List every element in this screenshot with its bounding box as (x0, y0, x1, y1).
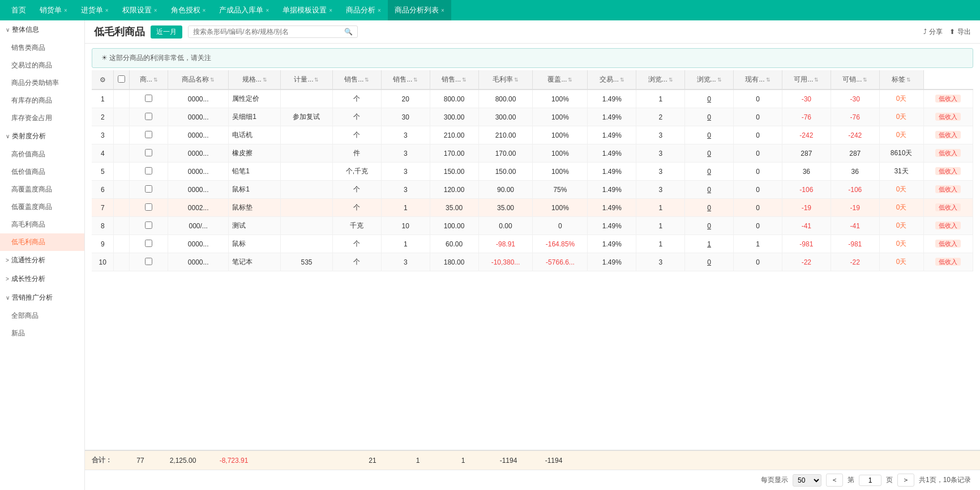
table-cell[interactable]: 0 (685, 181, 734, 199)
col-gross-margin[interactable]: 毛利率⇅ (478, 70, 533, 90)
col-available[interactable]: 可用...⇅ (782, 70, 831, 90)
row-checkbox[interactable] (145, 167, 152, 174)
nav-item-首页[interactable]: 首页 (5, 0, 33, 20)
col-view1[interactable]: 浏览...⇅ (636, 70, 685, 90)
sidebar-section-流通性分析[interactable]: >流通性分析 (0, 251, 84, 270)
table-cell[interactable] (130, 235, 168, 253)
col-unit[interactable]: 计量...⇅ (281, 70, 333, 90)
nav-close-icon[interactable]: × (266, 7, 269, 14)
nav-close-icon[interactable]: × (441, 7, 444, 14)
nav-item-销货单[interactable]: 销货单× (33, 0, 74, 20)
view-link[interactable]: 0 (707, 168, 711, 176)
prev-page-button[interactable]: ＜ (826, 474, 843, 487)
table-cell[interactable] (130, 181, 168, 199)
page-number-input[interactable] (859, 475, 881, 486)
table-cell[interactable] (130, 90, 168, 108)
sidebar-item-销售类商品[interactable]: 销售类商品 (0, 39, 84, 57)
next-page-button[interactable]: ＞ (897, 474, 914, 487)
table-cell[interactable]: 1 (685, 235, 734, 253)
nav-item-单据模板设置[interactable]: 单据模板设置× (276, 0, 339, 20)
row-checkbox[interactable] (145, 258, 152, 265)
col-spec[interactable]: 规格...⇅ (229, 70, 281, 90)
nav-item-角色授权[interactable]: 角色授权× (164, 0, 213, 20)
col-settings[interactable]: ⚙ (92, 70, 114, 90)
col-name[interactable]: 商品名称⇅ (168, 70, 229, 90)
nav-close-icon[interactable]: × (64, 7, 67, 14)
view-link[interactable]: 0 (707, 95, 711, 103)
col-checkbox[interactable] (114, 70, 130, 90)
table-cell[interactable] (130, 144, 168, 163)
table-cell[interactable]: 0 (685, 90, 734, 108)
sidebar-item-高价值商品[interactable]: 高价值商品 (0, 146, 84, 163)
table-cell[interactable]: 0 (685, 217, 734, 235)
sidebar-item-高毛利商品[interactable]: 高毛利商品 (0, 216, 84, 233)
sidebar-section-营销推广分析[interactable]: ∨营销推广分析 (0, 288, 84, 307)
view-link[interactable]: 0 (707, 113, 711, 121)
nav-close-icon[interactable]: × (105, 7, 109, 14)
sidebar-item-全部商品[interactable]: 全部商品 (0, 307, 84, 325)
nav-close-icon[interactable]: × (378, 7, 381, 14)
view-link[interactable]: 0 (707, 131, 711, 139)
nav-item-权限设置[interactable]: 权限设置× (115, 0, 164, 20)
nav-item-商品分析[interactable]: 商品分析× (339, 0, 388, 20)
col-sales-price[interactable]: 销售...⇅ (381, 70, 430, 90)
table-cell[interactable] (130, 253, 168, 271)
row-checkbox[interactable] (145, 221, 152, 229)
view-link[interactable]: 0 (707, 222, 711, 230)
col-view2[interactable]: 浏览...⇅ (685, 70, 734, 90)
sidebar-item-低覆盖度商品[interactable]: 低覆盖度商品 (0, 198, 84, 216)
sidebar-item-低价值商品[interactable]: 低价值商品 (0, 163, 84, 181)
export-button[interactable]: ⬆ 导出 (949, 27, 971, 37)
sidebar-section-成长性分析[interactable]: >成长性分析 (0, 270, 84, 288)
col-current-stock[interactable]: 现有...⇅ (734, 70, 782, 90)
sidebar-section-类射度分析[interactable]: ∨类射度分析 (0, 127, 84, 146)
table-cell[interactable] (130, 217, 168, 235)
row-checkbox[interactable] (145, 95, 152, 102)
table-cell[interactable] (130, 163, 168, 181)
col-coverage[interactable]: 覆盖...⇅ (533, 70, 588, 90)
table-cell[interactable]: 0 (685, 144, 734, 163)
view-link[interactable]: 0 (707, 258, 711, 266)
view-link[interactable]: 0 (707, 186, 711, 194)
col-transaction[interactable]: 交易...⇅ (588, 70, 636, 90)
table-cell[interactable] (130, 108, 168, 126)
nav-close-icon[interactable]: × (329, 7, 332, 14)
share-button[interactable]: ⤴ 分享 (923, 27, 943, 37)
view-link[interactable]: 1 (707, 240, 711, 248)
page-size-select[interactable]: 50 100 200 (793, 474, 821, 487)
col-sellable[interactable]: 可销...⇅ (831, 70, 879, 90)
sidebar-item-新品[interactable]: 新品 (0, 325, 84, 342)
filter-recent-month[interactable]: 近一月 (151, 25, 182, 39)
row-checkbox[interactable] (145, 240, 152, 247)
sidebar-item-高覆盖度商品[interactable]: 高覆盖度商品 (0, 181, 84, 198)
row-checkbox[interactable] (145, 149, 152, 156)
select-all-checkbox[interactable] (118, 75, 125, 83)
nav-close-icon[interactable]: × (154, 7, 157, 14)
nav-item-进货单[interactable]: 进货单× (74, 0, 115, 20)
col-sales-amount[interactable]: 销售...⇅ (430, 70, 478, 90)
sidebar-item-低毛利商品[interactable]: 低毛利商品 (0, 233, 84, 251)
view-link[interactable]: 0 (707, 150, 711, 157)
table-cell[interactable]: 0 (685, 163, 734, 181)
row-checkbox[interactable] (145, 203, 152, 211)
table-cell[interactable]: 0 (685, 108, 734, 126)
col-code[interactable]: 商...⇅ (130, 70, 168, 90)
nav-item-产成品入库单[interactable]: 产成品入库单× (212, 0, 276, 20)
row-checkbox[interactable] (145, 113, 152, 120)
col-tag[interactable]: 标签⇅ (879, 70, 923, 90)
table-cell[interactable]: 0 (685, 199, 734, 217)
sidebar-section-整体信息[interactable]: ∨整体信息 (0, 20, 84, 39)
sidebar-item-交易过的商品[interactable]: 交易过的商品 (0, 57, 84, 74)
search-icon[interactable]: 🔍 (344, 28, 353, 36)
row-checkbox[interactable] (145, 131, 152, 138)
sidebar-item-库存资金占用[interactable]: 库存资金占用 (0, 109, 84, 127)
table-cell[interactable] (130, 126, 168, 144)
sidebar-item-有库存的商品[interactable]: 有库存的商品 (0, 92, 84, 109)
search-input[interactable] (193, 28, 344, 36)
sidebar-item-商品分类助销率[interactable]: 商品分类助销率 (0, 74, 84, 92)
col-sales-qty[interactable]: 销售...⇅ (332, 70, 381, 90)
table-container[interactable]: ⚙ 商...⇅ 商品名称⇅ 规格...⇅ 计量...⇅ 销售...⇅ 销售...… (85, 70, 980, 450)
row-checkbox[interactable] (145, 185, 152, 193)
nav-item-商品分析列表[interactable]: 商品分析列表× (388, 0, 451, 20)
view-link[interactable]: 0 (707, 204, 711, 212)
